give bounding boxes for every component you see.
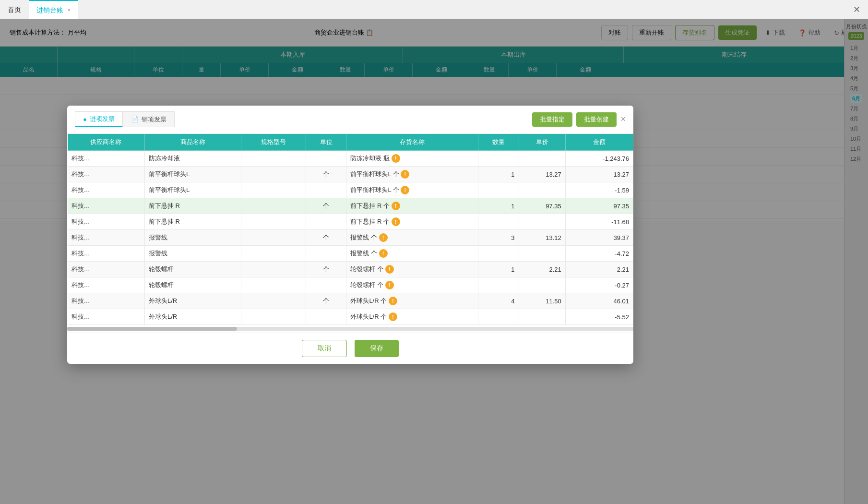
warn-icon: ! [385, 265, 394, 274]
table-row[interactable]: 科技…前平衡杆球头L个前平衡杆球头L 个 !113.2713.27 [68, 167, 633, 182]
table-row[interactable]: 科技…报警线个报警线 个 !313.1239.37 [68, 230, 633, 246]
table-header-row: 供应商名称 商品名称 规格型号 单位 存货名称 数量 单价 金额 [68, 134, 633, 151]
th-product: 商品名称 [144, 134, 241, 151]
tab-home[interactable]: 首页 [0, 0, 29, 19]
th-inventory: 存货名称 [346, 134, 478, 151]
warn-icon: ! [379, 249, 388, 258]
warn-icon: ! [389, 312, 397, 321]
income-invoice-label: 进项发票 [90, 115, 115, 123]
warn-icon: ! [379, 233, 388, 242]
modal-tabs: ● 进项发票 📄 销项发票 [75, 111, 175, 127]
tab-sales-invoice[interactable]: 📄 销项发票 [123, 111, 175, 127]
window-close-button[interactable]: ✕ [853, 5, 860, 14]
table-row[interactable]: 科技…报警线报警线 个 !-4.72 [68, 246, 633, 262]
table-row[interactable]: 科技…外球头L/R个外球头L/R 个 !411.5046.01 [68, 293, 633, 309]
modal-table: 供应商名称 商品名称 规格型号 单位 存货名称 数量 单价 金额 科技…防冻冷却… [67, 133, 633, 325]
table-row[interactable]: 科技…前下悬挂 R个前下悬挂 R 个 !197.3597.35 [68, 198, 633, 214]
sales-invoice-icon: 📄 [131, 116, 139, 123]
th-unit: 单位 [306, 134, 346, 151]
th-qty: 数量 [478, 134, 519, 151]
table-row[interactable]: 科技…前下悬挂 R前下悬挂 R 个 !-11.68 [68, 214, 633, 230]
batch-create-button[interactable]: 批量创建 [576, 112, 617, 127]
modal-header-right: 批量指定 批量创建 × [532, 112, 626, 127]
modal-scrollbar-thumb[interactable] [67, 327, 237, 331]
modal-close-button[interactable]: × [620, 114, 626, 124]
cancel-button[interactable]: 取消 [302, 340, 347, 357]
table-row[interactable]: 科技…前平衡杆球头L前平衡杆球头L 个 !-1.59 [68, 182, 633, 198]
main-page: 销售成本计算方法： 月平均 商贸企业进销台账 📋 对账 重新开账 存货别名 生成… [0, 19, 868, 504]
warn-icon: ! [392, 202, 400, 210]
modal-footer: 取消 保存 [67, 333, 633, 364]
warn-icon: ! [392, 154, 400, 163]
th-spec: 规格型号 [241, 134, 306, 151]
save-button[interactable]: 保存 [355, 340, 399, 357]
th-price: 单价 [519, 134, 565, 151]
table-row[interactable]: 科技…轮毂螺杆个轮毂螺杆 个 !12.212.21 [68, 262, 633, 277]
th-amount: 金额 [565, 134, 633, 151]
warn-icon: ! [401, 170, 409, 179]
th-supplier: 供应商名称 [68, 134, 145, 151]
warn-icon: ! [389, 297, 397, 305]
modal-scrollbar[interactable] [67, 327, 633, 331]
modal-table-wrap: 供应商名称 商品名称 规格型号 单位 存货名称 数量 单价 金额 科技…防冻冷却… [67, 133, 633, 325]
tab-income-invoice[interactable]: ● 进项发票 [75, 111, 123, 127]
sales-invoice-label: 销项发票 [142, 115, 166, 124]
warn-icon: ! [392, 217, 400, 226]
tab-active[interactable]: 进销台账 × [29, 0, 78, 19]
batch-assign-button[interactable]: 批量指定 [532, 112, 572, 127]
income-invoice-icon: ● [83, 116, 87, 123]
modal-dialog: ● 进项发票 📄 销项发票 批量指定 批量创建 × 供应商名称 [67, 106, 633, 364]
table-row[interactable]: 科技…防冻冷却液防冻冷却液 瓶 !-1,243.76 [68, 151, 633, 167]
tab-close-icon[interactable]: × [67, 0, 71, 20]
top-bar-right: ✕ [853, 4, 868, 15]
warn-icon: ! [385, 281, 394, 289]
modal-header: ● 进项发票 📄 销项发票 批量指定 批量创建 × [67, 106, 633, 133]
tab-active-label: 进销台账 [36, 0, 63, 20]
table-row[interactable]: 科技…轮毂螺杆轮毂螺杆 个 !-0.27 [68, 277, 633, 293]
warn-icon: ! [401, 186, 409, 194]
top-bar: 首页 进销台账 × ✕ [0, 0, 868, 19]
table-row[interactable]: 科技…外球头L/R外球头L/R 个 !-5.52 [68, 309, 633, 325]
